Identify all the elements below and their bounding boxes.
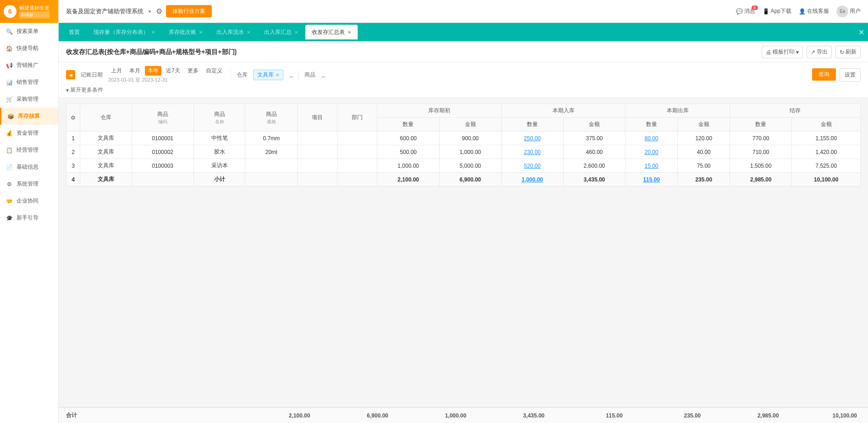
print-btn[interactable]: 🖨 模板打印 ▾ bbox=[762, 46, 803, 58]
close-all-tabs-btn[interactable]: ✕ bbox=[858, 28, 864, 37]
date-opt-custom[interactable]: 自定义 bbox=[203, 66, 225, 76]
col-settings-header[interactable]: ⚙ bbox=[66, 104, 80, 132]
tab-1[interactable]: 现存量（库存分布表）✕ bbox=[87, 25, 161, 39]
sidebar-item-11[interactable]: 🎓 新手引导 bbox=[0, 209, 58, 226]
sidebar-icon-4: 🛒 bbox=[6, 96, 13, 103]
out-qty-link-0[interactable]: 80.00 bbox=[645, 135, 658, 142]
topbar-dropdown-arrow[interactable]: ▼ bbox=[147, 9, 152, 14]
expand-conditions-btn[interactable]: ▾ 展开更多条件 bbox=[66, 86, 861, 94]
out-qty-link-2[interactable]: 15.00 bbox=[645, 163, 658, 169]
cell-out-qty-1[interactable]: 20.00 bbox=[625, 145, 678, 159]
tab-4[interactable]: 出入库汇总✕ bbox=[258, 25, 304, 39]
goods-more-btn[interactable]: ... bbox=[321, 70, 325, 80]
table-body: 1 文具库 0100001 中性笔 0.7mm 600.00 900.00 25… bbox=[66, 132, 861, 187]
trial-btn[interactable]: 体验行业方案 bbox=[166, 5, 212, 17]
tab-2[interactable]: 库存批次账✕ bbox=[162, 25, 209, 39]
date-opt-more[interactable]: 更多 bbox=[185, 66, 201, 76]
cell-bal-amt-1: 1,420.00 bbox=[792, 145, 861, 159]
sidebar-item-8[interactable]: 📄 基础信息 bbox=[0, 159, 58, 176]
sidebar-item-6[interactable]: 💰 资金管理 bbox=[0, 125, 58, 142]
tab-close-4[interactable]: ✕ bbox=[294, 30, 298, 35]
sidebar-item-1[interactable]: 🏠 快捷导航 bbox=[0, 40, 58, 57]
tab-close-5[interactable]: ✕ bbox=[348, 30, 351, 35]
subtotal-out-qty[interactable]: 115.00 bbox=[643, 176, 660, 183]
sidebar-item-10[interactable]: 🤝 企业协同 bbox=[0, 192, 58, 209]
cell-code-2: 0100003 bbox=[132, 159, 194, 173]
date-opt-7days[interactable]: 近7天 bbox=[163, 66, 183, 76]
cell-in-qty-0[interactable]: 250.00 bbox=[501, 132, 563, 145]
cell-out-qty-0[interactable]: 80.00 bbox=[625, 132, 678, 145]
cell-spec-0: 0.7mm bbox=[245, 132, 298, 145]
logo-icon: 6 bbox=[4, 5, 17, 18]
tabbar: 首页现存量（库存分布表）✕库存批次账✕出入库流水✕出入库汇总✕收发存汇总表✕ ✕ bbox=[59, 23, 868, 41]
settings-btn[interactable]: 设置 bbox=[840, 68, 861, 82]
warehouse-tag-close[interactable]: ✕ bbox=[276, 72, 279, 77]
cell-no-3: 4 bbox=[66, 173, 80, 187]
sidebar-item-4[interactable]: 🛒 采购管理 bbox=[0, 91, 58, 108]
sidebar-item-2[interactable]: 📢 营销推广 bbox=[0, 57, 58, 74]
user-btn[interactable]: Ea 用户 bbox=[836, 5, 861, 17]
tab-label-2: 库存批次账 bbox=[169, 28, 196, 36]
settings-gear-icon[interactable]: ⚙ bbox=[156, 7, 162, 16]
sidebar-item-0[interactable]: 🔍 搜索菜单 bbox=[0, 23, 58, 40]
cell-bal-amt-2: 7,525.00 bbox=[792, 159, 861, 173]
tab-close-3[interactable]: ✕ bbox=[247, 30, 250, 35]
query-btn[interactable]: 查询 bbox=[812, 68, 836, 81]
sidebar-item-7[interactable]: 📋 经营管理 bbox=[0, 142, 58, 159]
footer-label: 合计 bbox=[66, 412, 227, 419]
col-warehouse-header: 仓库 bbox=[80, 104, 132, 132]
cell-in-qty-2[interactable]: 520.00 bbox=[501, 159, 563, 173]
in-qty-link-2[interactable]: 520.00 bbox=[524, 163, 541, 169]
sidebar-item-9[interactable]: ⚙ 系统管理 bbox=[0, 176, 58, 192]
cell-begin-amt-2: 5,000.00 bbox=[439, 159, 501, 173]
in-qty-link-0[interactable]: 250.00 bbox=[524, 135, 541, 142]
sidebar-icon-0: 🔍 bbox=[6, 28, 13, 35]
table-settings-icon[interactable]: ⚙ bbox=[71, 115, 76, 121]
refresh-icon: ↻ bbox=[840, 49, 844, 55]
export-btn[interactable]: ↗ 导出 bbox=[807, 46, 832, 58]
cell-in-qty-1[interactable]: 230.00 bbox=[501, 145, 563, 159]
col-goods-spec-header: 商品规格 bbox=[245, 104, 298, 132]
sidebar-item-5[interactable]: 📦 库存核算 bbox=[0, 108, 58, 125]
tab-3[interactable]: 出入库流水✕ bbox=[210, 25, 257, 39]
cell-out-amt-2: 75.00 bbox=[678, 159, 730, 173]
cell-begin-qty-3: 2,100.00 bbox=[377, 173, 439, 187]
footer-bal-amt: 10,100.00 bbox=[783, 412, 861, 419]
sidebar-icon-10: 🤝 bbox=[6, 198, 13, 205]
app-download-btn[interactable]: 📱 App下载 bbox=[763, 7, 791, 15]
date-opt-last-month[interactable]: 上月 bbox=[108, 66, 125, 76]
sidebar-icon-1: 🏠 bbox=[6, 45, 13, 52]
cell-warehouse-0: 文具库 bbox=[80, 132, 132, 145]
cell-out-amt-1: 40.00 bbox=[678, 145, 730, 159]
tab-5[interactable]: 收发存汇总表✕ bbox=[305, 25, 358, 39]
cell-out-qty-2[interactable]: 15.00 bbox=[625, 159, 678, 173]
in-qty-header: 数量 bbox=[501, 118, 563, 132]
logo-tag: 标准版 bbox=[19, 11, 50, 18]
cell-spec-3 bbox=[245, 173, 298, 187]
tab-close-2[interactable]: ✕ bbox=[199, 30, 203, 35]
sidebar-label-9: 系统管理 bbox=[17, 180, 39, 188]
cell-code-0: 0100001 bbox=[132, 132, 194, 145]
tab-close-1[interactable]: ✕ bbox=[151, 30, 155, 35]
in-qty-link-1[interactable]: 230.00 bbox=[524, 149, 541, 155]
tab-0[interactable]: 首页 bbox=[62, 25, 86, 39]
cell-project-0 bbox=[298, 132, 337, 145]
refresh-btn[interactable]: ↻ 刷新 bbox=[835, 46, 861, 58]
cell-warehouse-2: 文具库 bbox=[80, 159, 132, 173]
subtotal-in-qty[interactable]: 1,000.00 bbox=[522, 176, 543, 183]
online-service-btn[interactable]: 👤 在线客服 bbox=[799, 7, 829, 15]
cell-name-1: 胶水 bbox=[194, 145, 245, 159]
date-opt-this-month[interactable]: 本月 bbox=[127, 66, 143, 76]
messages-btn[interactable]: 💬 消息 6 bbox=[736, 7, 755, 15]
tab-label-3: 出入库流水 bbox=[216, 28, 244, 36]
out-qty-link-1[interactable]: 20.00 bbox=[645, 149, 658, 155]
date-opt-this-year[interactable]: 本年 bbox=[145, 66, 161, 76]
filter-collapse-btn[interactable]: ◀ bbox=[66, 70, 75, 79]
sidebar-label-8: 基础信息 bbox=[17, 163, 39, 171]
cell-code-3 bbox=[132, 173, 194, 187]
sidebar-icon-9: ⚙ bbox=[6, 181, 13, 188]
warehouse-more-btn[interactable]: ... bbox=[289, 70, 293, 80]
sidebar-item-3[interactable]: 📊 销售管理 bbox=[0, 74, 58, 91]
col-period-in-header: 本期入库 bbox=[501, 104, 625, 118]
footer-begin-amt: 6,900.00 bbox=[314, 412, 392, 419]
